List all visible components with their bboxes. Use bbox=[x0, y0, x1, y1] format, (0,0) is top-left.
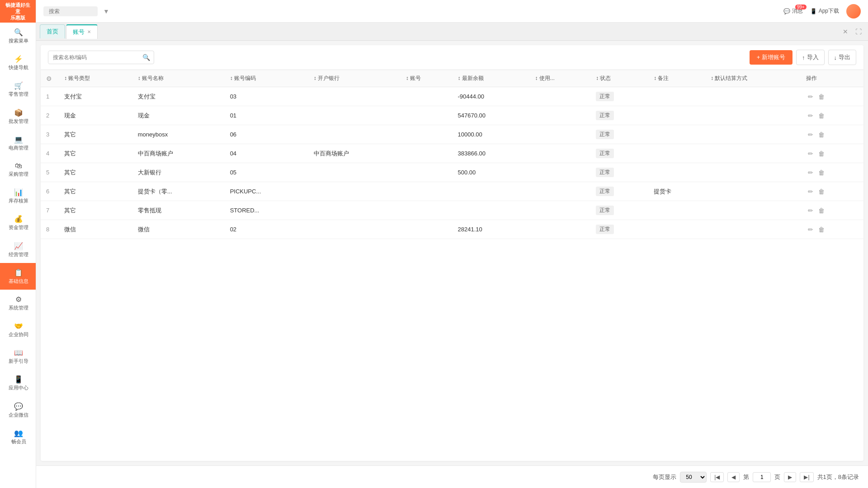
tab-content: 🔍 + 新增账号 ↑ 导入 ↓ 导出 ⚙ ↕ 账号类型 bbox=[36, 41, 868, 488]
page-size-select[interactable]: 50 100 bbox=[680, 472, 707, 483]
edit-button[interactable]: ✏ bbox=[806, 111, 815, 120]
row-balance: -90444.00 bbox=[453, 87, 530, 106]
row-bank bbox=[308, 201, 401, 220]
sidebar-item-membership[interactable]: 👥畅会员 bbox=[0, 423, 36, 450]
sidebar-item-retail[interactable]: 🛒零售管理 bbox=[0, 76, 36, 103]
tab-home[interactable]: 首页 bbox=[40, 24, 65, 38]
search-input[interactable] bbox=[48, 52, 139, 63]
row-default-settlement bbox=[705, 220, 801, 239]
add-account-button[interactable]: + 新增账号 bbox=[750, 50, 793, 65]
delete-button[interactable]: 🗑 bbox=[816, 111, 826, 120]
col-type[interactable]: ↕ 账号类型 bbox=[59, 70, 132, 87]
col-code[interactable]: ↕ 账号编码 bbox=[225, 70, 308, 87]
import-button[interactable]: ↑ 导入 bbox=[796, 50, 825, 65]
delete-button[interactable]: 🗑 bbox=[816, 168, 826, 177]
sidebar-item-ecommerce[interactable]: 💻电商管理 bbox=[0, 130, 36, 156]
row-num: 2 bbox=[41, 106, 59, 125]
sidebar-item-enterprise_wechat[interactable]: 💬企业微信 bbox=[0, 397, 36, 423]
prev-page-button[interactable]: ◀ bbox=[727, 472, 740, 482]
page-input[interactable] bbox=[753, 472, 771, 482]
gear-icon[interactable]: ⚙ bbox=[46, 75, 52, 82]
sidebar-icon-purchase: 🛍 bbox=[15, 162, 22, 170]
top-search-input[interactable] bbox=[43, 6, 98, 16]
row-usage bbox=[529, 106, 590, 125]
edit-button[interactable]: ✏ bbox=[806, 206, 815, 215]
col-usage[interactable]: ↕ 使用... bbox=[529, 70, 590, 87]
delete-button[interactable]: 🗑 bbox=[816, 206, 826, 215]
user-avatar[interactable] bbox=[846, 4, 861, 19]
sidebar-item-basic_info[interactable]: 📋基础信息 bbox=[0, 263, 36, 290]
sidebar-item-shortcuts[interactable]: ⚡快捷导航 bbox=[0, 49, 36, 76]
row-code: 04 bbox=[225, 144, 308, 163]
app-download-label: App下载 bbox=[819, 7, 839, 15]
search-button[interactable]: 🔍 bbox=[139, 51, 154, 64]
row-actions: ✏ 🗑 bbox=[801, 125, 863, 144]
col-name[interactable]: ↕ 账号名称 bbox=[132, 70, 225, 87]
sidebar-item-wholesale[interactable]: 📦批发管理 bbox=[0, 103, 36, 130]
edit-button[interactable]: ✏ bbox=[806, 187, 815, 196]
export-button[interactable]: ↓ 导出 bbox=[828, 50, 857, 65]
edit-button[interactable]: ✏ bbox=[806, 130, 815, 139]
edit-button[interactable]: ✏ bbox=[806, 92, 815, 101]
header-right: 💬 消息 99+ 📱 App下载 bbox=[783, 4, 861, 19]
sidebar-item-operations[interactable]: 📈经营管理 bbox=[0, 236, 36, 263]
first-page-button[interactable]: |◀ bbox=[710, 472, 724, 482]
header-dropdown-icon[interactable]: ▼ bbox=[103, 8, 109, 15]
row-type: 现金 bbox=[59, 106, 132, 125]
top-header: ▼ 💬 消息 99+ 📱 App下载 bbox=[36, 0, 868, 23]
tab-close-account[interactable]: ✕ bbox=[87, 29, 91, 34]
col-status[interactable]: ↕ 状态 bbox=[590, 70, 648, 87]
maximize-button[interactable]: ⛶ bbox=[853, 27, 864, 36]
sidebar-item-purchase[interactable]: 🛍采购管理 bbox=[0, 156, 36, 183]
tab-account[interactable]: 账号✕ bbox=[66, 24, 98, 39]
edit-button[interactable]: ✏ bbox=[806, 149, 815, 158]
col-balance[interactable]: ↕ 最新余额 bbox=[453, 70, 530, 87]
row-num: 4 bbox=[41, 144, 59, 163]
minimize-button[interactable]: ✕ bbox=[840, 27, 851, 36]
sidebar-icon-membership: 👥 bbox=[14, 429, 23, 437]
sidebar-item-finance[interactable]: 💰资金管理 bbox=[0, 209, 36, 236]
row-default-settlement bbox=[705, 163, 801, 182]
edit-button[interactable]: ✏ bbox=[806, 225, 815, 234]
message-button[interactable]: 💬 消息 99+ bbox=[783, 7, 803, 15]
col-default-settlement[interactable]: ↕ 默认结算方式 bbox=[705, 70, 801, 87]
app-download-button[interactable]: 📱 App下载 bbox=[810, 7, 839, 15]
sidebar-label-wholesale: 批发管理 bbox=[9, 118, 28, 124]
row-balance bbox=[453, 201, 530, 220]
sidebar-item-enterprise[interactable]: 🤝企业协同 bbox=[0, 316, 36, 343]
sidebar-label-search: 搜索菜单 bbox=[9, 38, 28, 44]
edit-button[interactable]: ✏ bbox=[806, 168, 815, 177]
sidebar-item-system[interactable]: ⚙系统管理 bbox=[0, 290, 36, 316]
next-page-button[interactable]: ▶ bbox=[784, 472, 796, 482]
col-account[interactable]: ↕ 账号 bbox=[401, 70, 453, 87]
row-name: 中百商场账户 bbox=[132, 144, 225, 163]
sidebar-item-guide[interactable]: 📖新手引导 bbox=[0, 343, 36, 370]
row-name: 微信 bbox=[132, 220, 225, 239]
sidebar-label-purchase: 采购管理 bbox=[9, 171, 28, 177]
sidebar-icon-retail: 🛒 bbox=[14, 81, 23, 90]
delete-button[interactable]: 🗑 bbox=[816, 92, 826, 101]
sidebar-item-app_center[interactable]: 📱应用中心 bbox=[0, 370, 36, 396]
sidebar-label-guide: 新手引导 bbox=[9, 358, 28, 364]
col-balance-label: ↕ 最新余额 bbox=[458, 75, 484, 81]
main-content: ▼ 💬 消息 99+ 📱 App下载 首页账号✕ ✕ ⛶ 🔍 bbox=[36, 0, 868, 488]
sidebar-icon-inventory: 📊 bbox=[14, 188, 23, 197]
row-balance: 383866.00 bbox=[453, 144, 530, 163]
col-code-label: ↕ 账号编码 bbox=[230, 75, 256, 81]
row-remark bbox=[648, 106, 705, 125]
sidebar-item-inventory[interactable]: 📊库存核算 bbox=[0, 183, 36, 209]
delete-button[interactable]: 🗑 bbox=[816, 130, 826, 139]
sidebar-item-search[interactable]: 🔍搜索菜单 bbox=[0, 23, 36, 49]
delete-button[interactable]: 🗑 bbox=[816, 187, 826, 196]
last-page-button[interactable]: ▶| bbox=[800, 472, 813, 482]
row-remark bbox=[648, 201, 705, 220]
delete-button[interactable]: 🗑 bbox=[816, 225, 826, 234]
import-icon: ↑ bbox=[802, 54, 805, 61]
col-bank[interactable]: ↕ 开户银行 bbox=[308, 70, 401, 87]
sidebar-label-shortcuts: 快捷导航 bbox=[9, 65, 28, 70]
sidebar-icon-enterprise: 🤝 bbox=[14, 322, 23, 330]
delete-button[interactable]: 🗑 bbox=[816, 149, 826, 158]
total-info: 共1页，8条记录 bbox=[817, 473, 859, 481]
col-remark[interactable]: ↕ 备注 bbox=[648, 70, 705, 87]
status-badge: 正常 bbox=[596, 187, 614, 196]
